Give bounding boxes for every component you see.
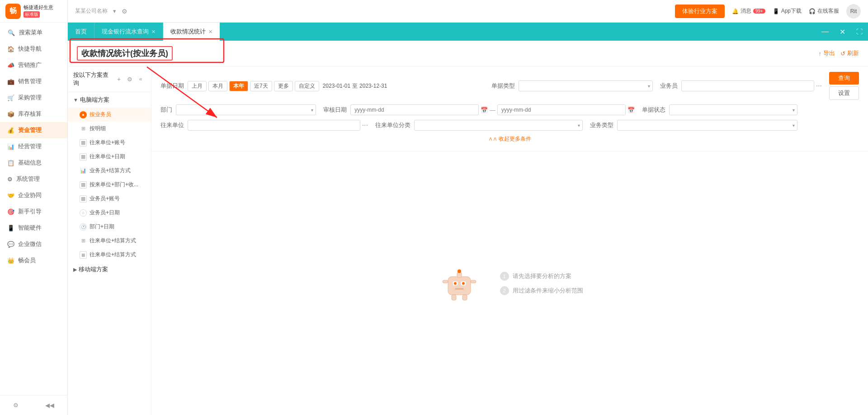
svg-point-7 — [458, 269, 461, 273]
scheme-item-counterpart-date[interactable]: ▦ 往来单位+日期 — [68, 150, 151, 164]
dept-select[interactable] — [176, 104, 316, 115]
export-icon: ↑ — [819, 50, 822, 57]
window-close-btn[interactable]: ✕ — [834, 23, 851, 41]
sidebar-item-business[interactable]: 📊 经营管理 — [0, 138, 67, 155]
scheme-panel: 按以下方案查询 + ⚙ « ▼ 电脑端方案 — [68, 66, 151, 415]
sidebar: 畅 畅捷通好生意 标准版 🔍 搜索菜单 🏠 快捷导航 📣 营销推广 💼 销售管理 — [0, 0, 68, 415]
window-maximize-btn[interactable]: ⛶ — [851, 23, 868, 41]
settings-footer-btn[interactable]: ⚙ — [10, 399, 21, 411]
scheme-item-by-counterpart-dept[interactable]: ▦ 按来单位+部门+收... — [68, 178, 151, 192]
date-btn-last-month[interactable]: 上月 — [188, 81, 207, 91]
scheme-item-by-detail[interactable]: ⊞ 按明细 — [68, 122, 151, 136]
counterpart-more-icon[interactable]: ··· — [362, 121, 368, 129]
date-btn-this-year[interactable]: 本年 — [229, 81, 248, 91]
salesman-label: 业务员 — [660, 82, 678, 90]
doc-status-select[interactable] — [669, 104, 797, 115]
query-btn[interactable]: 查询 — [829, 72, 859, 85]
scheme-item-salesman-date[interactable]: ○ 业务员+日期 — [68, 206, 151, 220]
step-2-num: 2 — [500, 286, 509, 295]
scheme-item-label: 按业务员 — [90, 111, 111, 118]
notification-btn[interactable]: 🔔 消息 99+ — [732, 7, 765, 15]
counterpart-cat-select[interactable] — [414, 120, 583, 131]
group-arrow-icon: ▶ — [73, 267, 77, 273]
tab-close-icon[interactable]: ✕ — [208, 29, 212, 35]
finance-icon: 💰 — [7, 127, 14, 134]
scheme-item-salesman-account[interactable]: ▦ 业务员+账号 — [68, 192, 151, 206]
scheme-item-counterpart-account[interactable]: ▦ 往来单位+账号 — [68, 136, 151, 150]
scheme-item-salesman-settlement[interactable]: 📊 业务员+结算方式 — [68, 164, 151, 178]
sidebar-item-system[interactable]: ⚙ 系统管理 — [0, 171, 67, 187]
enterprise-icon: 🤝 — [7, 192, 14, 199]
sidebar-item-label: 库存核算 — [18, 110, 42, 118]
app-download-btn[interactable]: 📱 App下载 — [773, 7, 802, 15]
tab-home[interactable]: 首页 — [68, 23, 94, 41]
business-icon: 📊 — [7, 143, 14, 150]
sidebar-item-quick-nav[interactable]: 🏠 快捷导航 — [0, 41, 67, 57]
doc-type-select[interactable] — [519, 80, 653, 91]
scheme-add-btn[interactable]: + — [114, 74, 124, 84]
desktop-group-header[interactable]: ▼ 电脑端方案 — [68, 92, 151, 108]
scheme-collapse-btn[interactable]: « — [136, 74, 146, 84]
header-dropdown-icon[interactable]: ▾ — [113, 8, 116, 14]
scheme-item-counterpart-settlement1[interactable]: ⊞ 往来单位+结算方式 — [68, 234, 151, 248]
date-btn-more[interactable]: 更多 — [274, 81, 293, 91]
sidebar-item-hardware[interactable]: 📱 智能硬件 — [0, 220, 67, 236]
review-date-from[interactable] — [350, 104, 479, 115]
sidebar-item-label: 搜索菜单 — [19, 28, 42, 37]
sidebar-item-basic-info[interactable]: 📋 基础信息 — [0, 155, 67, 171]
biz-type-select[interactable] — [617, 120, 797, 131]
empty-steps: 1 请先选择要分析的方案 2 用过滤条件来缩小分析范围 — [500, 272, 583, 295]
collapse-bar[interactable]: ∧∧ 收起更多条件 — [160, 132, 859, 146]
sidebar-item-sales[interactable]: 💼 销售管理 — [0, 73, 67, 90]
sidebar-item-guide[interactable]: 🎯 新手引导 — [0, 203, 67, 220]
search-menu-icon: 🔍 — [7, 28, 15, 37]
tab-label: 首页 — [75, 28, 87, 36]
scheme-item-icon: ⊞ — [80, 125, 87, 132]
sidebar-item-enterprise[interactable]: 🤝 企业协同 — [0, 187, 67, 203]
counterpart-input[interactable] — [188, 120, 360, 131]
sidebar-item-label: 经营管理 — [18, 142, 42, 151]
tab-bank-flow[interactable]: 现金银行流水查询 ✕ — [94, 23, 163, 41]
tab-close-icon[interactable]: ✕ — [151, 29, 156, 35]
doc-type-label: 单据类型 — [491, 82, 515, 90]
refresh-btn[interactable]: ↺ 刷新 — [840, 49, 859, 57]
trial-btn[interactable]: 体验行业方案 — [675, 5, 725, 18]
window-minimize-btn[interactable]: — — [816, 23, 834, 41]
sidebar-item-search-menu[interactable]: 🔍 搜索菜单 — [0, 24, 67, 41]
salesman-input[interactable] — [681, 80, 814, 91]
sidebar-item-inventory[interactable]: 📦 库存核算 — [0, 106, 67, 122]
scheme-settings-btn[interactable]: ⚙ — [125, 74, 135, 84]
collapse-sidebar-btn[interactable]: ◀◀ — [42, 399, 57, 411]
scheme-item-label: 部门+日期 — [90, 223, 114, 231]
date-btn-custom[interactable]: 自定义 — [295, 81, 319, 91]
header-settings-icon[interactable]: ⚙ — [122, 8, 127, 15]
sidebar-item-marketing[interactable]: 📣 营销推广 — [0, 57, 67, 73]
scheme-item-by-salesman[interactable]: ● 按业务员 — [68, 108, 151, 122]
mobile-group-header[interactable]: ▶ 移动端方案 — [68, 262, 151, 277]
scheme-item-dept-date[interactable]: 🕐 部门+日期 — [68, 220, 151, 234]
salesman-more-icon[interactable]: ··· — [816, 82, 822, 90]
sidebar-item-member[interactable]: 👑 畅会员 — [0, 252, 67, 269]
sidebar-item-wechat[interactable]: 💬 企业微信 — [0, 236, 67, 252]
export-btn[interactable]: ↑ 导出 — [819, 49, 835, 57]
user-avatar[interactable]: Rit — [846, 4, 861, 19]
tab-collection-stats[interactable]: 收款情况统计 ✕ — [163, 23, 220, 41]
settings-btn[interactable]: 设置 — [829, 86, 859, 100]
online-service-btn[interactable]: 🎧 在线客服 — [809, 7, 839, 15]
logo-text: 畅捷通好生意 — [24, 5, 53, 10]
sidebar-item-purchase[interactable]: 🛒 采购管理 — [0, 90, 67, 106]
sidebar-item-finance[interactable]: 💰 资金管理 — [0, 122, 67, 138]
scheme-item-counterpart-settlement2[interactable]: ▦ 往来单位+结算方式 — [68, 248, 151, 262]
scheme-item-label: 业务员+结算方式 — [90, 167, 131, 174]
svg-rect-9 — [471, 280, 476, 283]
date-btn-this-month[interactable]: 本月 — [208, 81, 227, 91]
calendar-icon-1[interactable]: 📅 — [481, 107, 488, 113]
scheme-item-icon: ▦ — [80, 181, 87, 189]
review-date-to[interactable] — [497, 104, 626, 115]
date-btn-last-7days[interactable]: 近7天 — [250, 81, 272, 91]
calendar-icon-2[interactable]: 📅 — [627, 107, 635, 113]
sidebar-item-label: 快捷导航 — [18, 45, 42, 53]
sales-icon: 💼 — [7, 78, 14, 85]
scheme-item-label: 按明细 — [90, 125, 106, 132]
date-to-value: 2023-12-31 — [359, 83, 387, 89]
